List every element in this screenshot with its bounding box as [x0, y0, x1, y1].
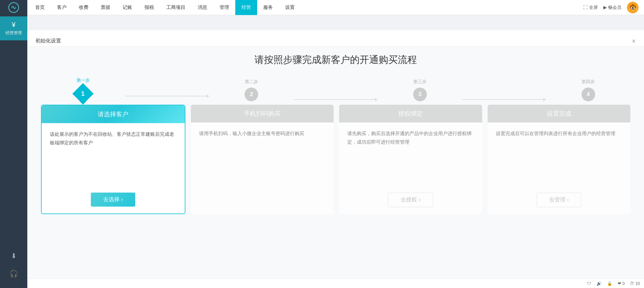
timer-count: ⏱ 10 [630, 281, 640, 286]
card-3-title: 授权绑定 [339, 105, 482, 122]
step-1-number: 1 [81, 90, 85, 97]
card-3: 授权绑定 请先购买，购买后选择开通的产品中的企业用户进行授权绑定，成功后即可进行… [339, 105, 482, 214]
lock-icon: 🔒 [607, 281, 612, 286]
step-4-circle: 4 [582, 88, 595, 101]
nav-customer[interactable]: 客户 [51, 0, 73, 15]
card-3-footer: 去授权 › [347, 193, 474, 207]
shield-icon: 🛡 [587, 281, 591, 286]
sidebar-bottom: ⬇ 🎧 [6, 248, 21, 288]
card-2: 手机扫码购买 请用手机扫码，输入小微企业主账号密码进行购买 [191, 105, 334, 214]
nav-right: ⛶ 全屏 ▶ 畅会员 🐯 [583, 2, 644, 13]
sidebar-item-label: 经营管理 [5, 30, 22, 36]
step-3-label: 第三步 [413, 79, 426, 85]
step-4-number: 4 [587, 91, 590, 97]
step-1-circle: 1 [72, 83, 94, 104]
cards-row: 请选择客户 该处展示的客户为不在回收站、客户状态正常建账后完成老板端绑定的所有客… [41, 105, 630, 214]
nav-invoice[interactable]: 票据 [95, 0, 116, 15]
nav-message[interactable]: 消息 [192, 0, 213, 15]
step-2-label: 第二步 [245, 79, 258, 85]
card-2-title: 手机扫码购买 [191, 105, 334, 122]
nav-fee[interactable]: 收费 [73, 0, 95, 15]
fullscreen-icon: ⛶ [583, 5, 588, 10]
card-1-action-button[interactable]: 去选择 › [91, 193, 135, 207]
sidebar-item-business-mgmt[interactable]: ¥ 经营管理 [0, 16, 27, 40]
card-4-title: 设置完成 [488, 105, 631, 122]
play-icon: ▶ [603, 5, 607, 10]
card-1-footer: 去选择 › [50, 193, 177, 207]
step-4-label: 第四步 [582, 79, 595, 85]
nav-tax[interactable]: 报税 [138, 0, 160, 15]
fullscreen-button[interactable]: ⛶ 全屏 [583, 4, 598, 11]
card-4-footer: 去管理 › [496, 193, 622, 207]
card-1: 请选择客户 该处展示的客户为不在回收站、客户状态正常建账后完成老板端绑定的所有客… [41, 105, 185, 214]
sidebar-logo [0, 0, 27, 15]
top-nav: 首页 客户 收费 票据 记账 报税 工商项目 消息 管理 经营 服务 设置 ⛶ … [0, 0, 644, 15]
connector-1-2 [125, 94, 210, 105]
nav-operation[interactable]: 经营 [235, 0, 257, 15]
content-area: 请按照步骤完成新客户的开通购买流程 第一步 1 [27, 47, 644, 288]
membership-button[interactable]: ▶ 畅会员 [603, 4, 621, 11]
headset-icon[interactable]: 🎧 [6, 266, 21, 281]
sidebar: ¥ 经营管理 ⬇ 🎧 [0, 0, 27, 288]
download-icon[interactable]: ⬇ [6, 248, 21, 263]
page-header: 初始化设置 × [27, 30, 644, 47]
step-1-label: 第一步 [76, 77, 90, 83]
page-title: 初始化设置 [36, 38, 61, 44]
nav-settings[interactable]: 设置 [279, 0, 301, 15]
nav-business[interactable]: 工商项目 [160, 0, 192, 15]
avatar[interactable]: 🐯 [627, 2, 639, 13]
connector-2-3 [294, 98, 378, 105]
heart-count: ❤ 0 [618, 281, 625, 286]
card-3-body: 请先购买，购买后选择开通的产品中的企业用户进行授权绑定，成功后即可进行经营管理 [347, 129, 474, 186]
connector-3-4 [462, 98, 546, 105]
status-bar: ▶ 完成 🛡 🔊 🔒 ❤ 0 ⏱ 10 [0, 278, 644, 288]
card-4-action-button[interactable]: 去管理 › [536, 193, 582, 207]
nav-home[interactable]: 首页 [29, 0, 51, 15]
card-2-body: 请用手机扫码，输入小微企业主账号密码进行购买 [199, 129, 326, 200]
status-bar-right: 🛡 🔊 🔒 ❤ 0 ⏱ 10 [587, 281, 640, 286]
card-3-action-button[interactable]: 去授权 › [388, 193, 433, 207]
yuan-icon: ¥ [12, 21, 15, 29]
step-3-circle: 3 [413, 88, 427, 101]
main-title: 请按照步骤完成新客户的开通购买流程 [41, 53, 630, 66]
card-1-body: 该处展示的客户为不在回收站、客户状态正常建账后完成老板端绑定的所有客户 [50, 130, 177, 186]
card-1-title: 请选择客户 [42, 105, 185, 123]
volume-icon: 🔊 [597, 281, 602, 286]
card-4-body: 设置完成后可以在管理列表进行所有企业用户的经营管理 [496, 129, 622, 186]
close-button[interactable]: × [632, 38, 636, 44]
nav-manage[interactable]: 管理 [213, 0, 235, 15]
main-panel: 初始化设置 × 请按照步骤完成新客户的开通购买流程 第一步 1 [27, 30, 644, 288]
step-3-number: 3 [418, 91, 421, 97]
nav-accounting[interactable]: 记账 [116, 0, 138, 15]
step-2-number: 2 [250, 91, 253, 97]
nav-service[interactable]: 服务 [257, 0, 279, 15]
step-2-circle: 2 [244, 88, 258, 101]
card-4: 设置完成 设置完成后可以在管理列表进行所有企业用户的经营管理 去管理 › [488, 105, 631, 214]
